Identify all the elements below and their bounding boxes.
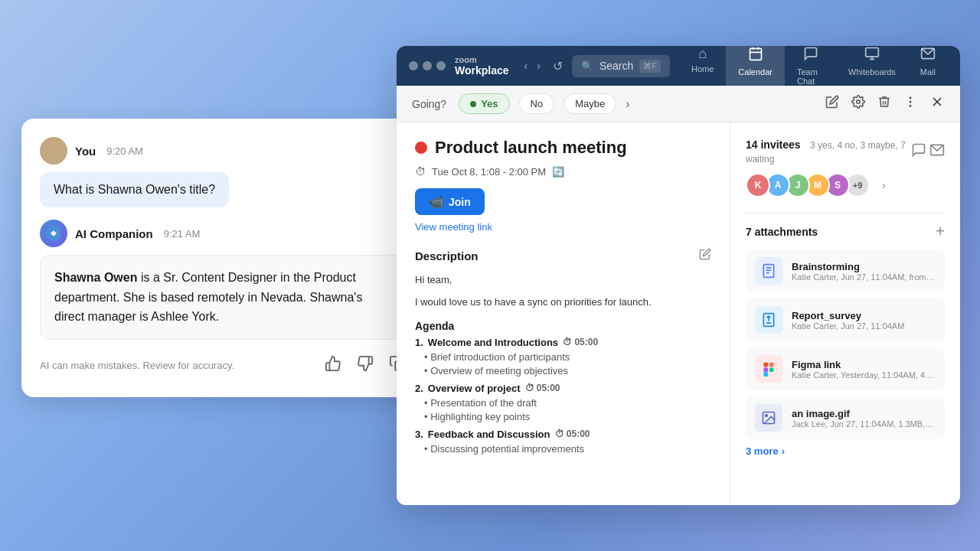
user-message-header: You 9:20 AM (40, 137, 409, 165)
more-options-icon[interactable] (903, 95, 917, 112)
attachment-gif[interactable]: an image.gif Jack Lee, Jun 27, 11:04AM, … (746, 396, 945, 439)
event-title-row: Product launch meeting (415, 138, 711, 158)
toolbar-icons (825, 94, 945, 113)
tab-whiteboards[interactable]: Whiteboards (836, 46, 908, 90)
avatar-1: K (746, 173, 770, 197)
ai-response-bold: Shawna Owen (54, 271, 137, 284)
svg-rect-29 (763, 372, 768, 377)
rsvp-no-button[interactable]: No (519, 93, 555, 114)
attachment-report[interactable]: Report_survey Katie Carter, Jun 27, 11:0… (746, 298, 945, 341)
description-edit-icon[interactable] (699, 248, 711, 263)
ai-name: AI Companion (75, 227, 153, 240)
edit-icon[interactable] (825, 95, 839, 112)
going-label: Going? (412, 98, 446, 110)
svg-point-1 (45, 154, 62, 165)
agenda-2-bullet-1: • Presentation of the draft (415, 397, 711, 409)
view-meeting-link[interactable]: View meeting link (415, 221, 711, 233)
email-invitees-icon[interactable] (929, 142, 945, 161)
search-shortcut: ⌘F (639, 60, 661, 73)
event-content: Product launch meeting ⏱ Tue Oct 8, 1:08… (397, 122, 960, 505)
rsvp-yes-button[interactable]: Yes (459, 93, 509, 114)
attachment-report-info: Report_survey Katie Carter, Jun 27, 11:0… (792, 310, 936, 331)
agenda-item-3: 3. Feedback and Discussion ⏱ 05:00 • Dis… (415, 429, 711, 455)
chat-action-buttons (322, 352, 409, 379)
attachment-gif-info: an image.gif Jack Lee, Jun 27, 11:04AM, … (792, 408, 936, 429)
search-icon: 🔍 (581, 60, 593, 72)
svg-point-32 (766, 415, 768, 417)
chat-invitees-icon[interactable] (911, 142, 926, 161)
nav-arrows: ‹ › (521, 58, 544, 73)
tab-home[interactable]: ⌂ Home (679, 46, 726, 90)
delete-icon[interactable] (877, 95, 891, 112)
search-bar[interactable]: 🔍 Search ⌘F (572, 55, 670, 77)
agenda-3-bullet-1: • Discussing potential improvements (415, 443, 711, 455)
tab-whiteboards-label: Whiteboards (848, 67, 896, 77)
user-time: 9:20 AM (106, 145, 143, 157)
maybe-label: Maybe (575, 98, 605, 109)
mail-icon (920, 46, 936, 65)
description-intro: Hi team, (415, 272, 711, 289)
app-logo: zoom Workplace (455, 56, 509, 77)
tab-mail[interactable]: Mail (908, 46, 948, 90)
nav-tabs: ⌂ Home Calendar Team Chat Whiteboards (679, 46, 948, 90)
tab-teamchat[interactable]: Team Chat (785, 46, 836, 90)
svg-point-13 (910, 97, 911, 99)
chat-panel: You 9:20 AM What is Shawna Owen's title?… (21, 119, 427, 397)
svg-rect-26 (763, 363, 768, 367)
invitees-icons (911, 142, 945, 161)
attachment-brainstorming-info: Brainstorming Katie Carter, Jun 27, 11:0… (792, 261, 936, 282)
user-avatar (40, 137, 67, 165)
video-icon: 📹 (429, 194, 444, 209)
agenda-1-time: ⏱ 05:00 (563, 337, 598, 347)
attachment-brainstorming[interactable]: Brainstorming Katie Carter, Jun 27, 11:0… (746, 249, 945, 292)
attachment-brainstorming-name: Brainstorming (792, 261, 936, 272)
tab-calendar-label: Calendar (738, 67, 773, 77)
search-label: Search (599, 60, 633, 72)
back-button[interactable]: ‹ (521, 58, 531, 73)
attachment-figma-info: Figma link Katie Carter, Yesterday, 11:0… (792, 359, 936, 380)
svg-rect-28 (763, 367, 768, 372)
more-attachments-link[interactable]: 3 more › (746, 445, 945, 457)
agenda-3-number: 3. (415, 429, 423, 440)
agenda-1-number: 1. (415, 337, 423, 348)
avatar-group: K A J M S +9 › (746, 173, 945, 197)
ai-message-header: AI Companion 9:21 AM (40, 220, 409, 247)
window-dot-3 (436, 61, 446, 70)
thumbs-down-button[interactable] (354, 352, 377, 379)
user-message: You 9:20 AM What is Shawna Owen's title? (40, 137, 409, 207)
history-button[interactable]: ↺ (553, 59, 563, 73)
clock-icon: ⏱ (415, 165, 426, 178)
more-chevron: › (782, 445, 785, 457)
tab-calendar[interactable]: Calendar (726, 46, 785, 90)
chat-footer: AI can make mistakes. Review for accurac… (40, 352, 409, 379)
ai-disclaimer: AI can make mistakes. Review for accurac… (40, 360, 234, 371)
rsvp-maybe-button[interactable]: Maybe (564, 93, 616, 114)
thumbs-up-button[interactable] (322, 352, 345, 379)
home-icon: ⌂ (698, 46, 707, 62)
no-label: No (531, 98, 544, 109)
event-meta: ⏱ Tue Oct 8, 1:08 - 2:00 PM 🔄 (415, 165, 711, 178)
svg-point-12 (857, 100, 861, 104)
forward-button[interactable]: › (534, 58, 544, 73)
event-color-dot (415, 142, 427, 154)
tab-teamchat-label: Team Chat (797, 67, 824, 86)
event-right-panel: 14 invitees 3 yes, 4 no, 3 maybe, 7 wait… (730, 122, 960, 505)
attachment-doc-icon (755, 257, 782, 285)
rsvp-chevron[interactable]: › (626, 97, 629, 111)
avatar-chevron[interactable]: › (882, 179, 886, 191)
agenda-1-bullet-1: • Brief introduction of participants (415, 351, 711, 363)
close-button[interactable] (929, 94, 945, 113)
invitees-header: 14 invitees 3 yes, 4 no, 3 maybe, 7 wait… (746, 138, 945, 165)
svg-point-14 (910, 101, 911, 103)
svg-point-15 (910, 106, 911, 107)
attachments-header: 7 attachments + (746, 223, 945, 240)
attachment-report-name: Report_survey (792, 310, 936, 321)
add-attachment-button[interactable]: + (936, 223, 945, 240)
attachment-figma[interactable]: Figma link Katie Carter, Yesterday, 11:0… (746, 347, 945, 390)
settings-icon[interactable] (851, 95, 865, 112)
join-button[interactable]: 📹 Join (415, 188, 485, 215)
ai-time: 9:21 AM (164, 228, 201, 240)
svg-rect-4 (750, 48, 761, 60)
attachment-brainstorming-meta: Katie Carter, Jun 27, 11:04AM, from meet… (792, 272, 936, 282)
window-controls (409, 61, 446, 70)
